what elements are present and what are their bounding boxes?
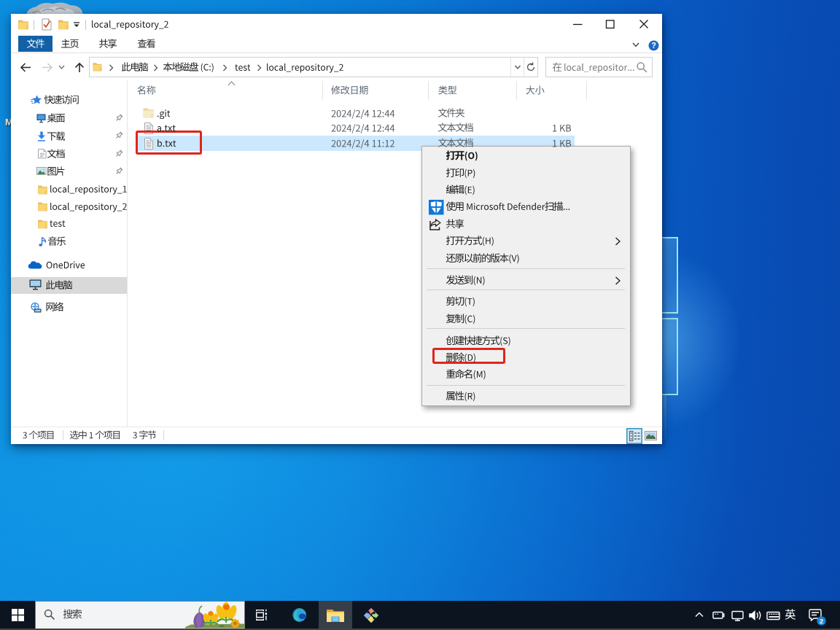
svg-text:2: 2	[820, 617, 823, 625]
svg-text:?: ?	[651, 41, 656, 50]
